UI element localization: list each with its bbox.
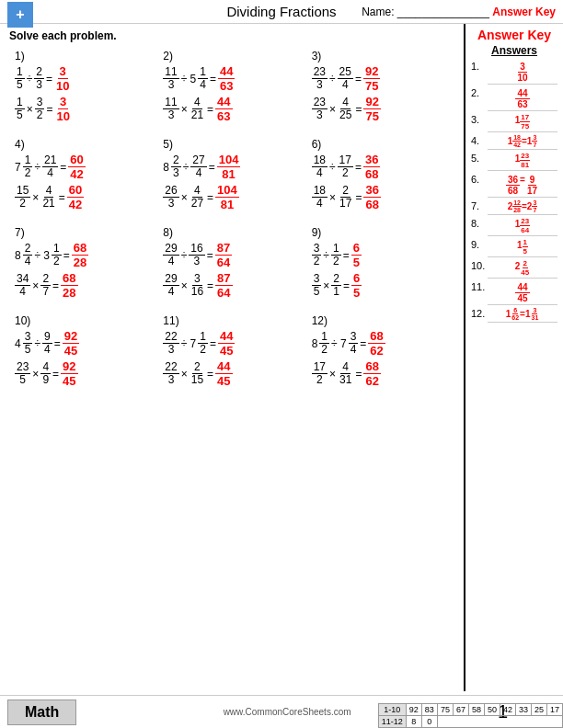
- answer-8: 8. 1 23 64: [471, 218, 557, 236]
- problem-5: 5) 8 23 ÷ 274 = 10481 263 × 427 = 10481: [157, 134, 305, 222]
- answer-2: 2. 44 63: [471, 87, 557, 111]
- answer-3: 3. 1 17 75: [471, 114, 557, 132]
- main-container: Solve each problem. 1) 15 ÷ 23 = 310 15 …: [0, 24, 563, 691]
- answer-7: 7. 2 12 28 =2 3 7: [471, 200, 557, 215]
- answer-key-title: Answer Key: [471, 28, 557, 42]
- answer-9: 9. 1 1 5: [471, 239, 557, 257]
- problem-7: 7) 8 24 ÷ 3 12 = 6828 344 × 27 = 6828: [9, 222, 157, 311]
- answer-10: 10. 2 2 45: [471, 260, 557, 279]
- page-title: Dividing Fractions: [226, 4, 336, 19]
- answer-1: 1. 3 10: [471, 61, 557, 85]
- problem-3: 3) 233 ÷ 254 = 9275 233 × 425 = 9275: [306, 46, 454, 134]
- score-table: 1-10 92 83 75 67 58 50 42 33 25 17 11-12…: [378, 703, 563, 728]
- problem-9: 9) 32 ÷ 12 = 65 35 × 21 = 65: [306, 222, 454, 311]
- problem-1: 1) 15 ÷ 23 = 310 15 × 32 = 310: [9, 46, 157, 134]
- problem-6: 6) 184 ÷ 172 = 3668 184 × 217 = 3668: [306, 134, 454, 222]
- answer-12: 12. 1 6 62 =1 3 31: [471, 308, 557, 323]
- problems-area: Solve each problem. 1) 15 ÷ 23 = 310 15 …: [0, 24, 464, 691]
- footer: Math www.CommonCoreSheets.com 1 1-10 92 …: [0, 695, 563, 728]
- problem-4: 4) 7 12 ÷ 214 = 6042 152 × 421 = 6042: [9, 134, 157, 222]
- problem-2: 2) 113 ÷ 5 14 = 4463 113 × 421 = 4463: [157, 46, 305, 134]
- problem-10: 10) 4 35 ÷ 94 = 9245 235 × 49 = 9245: [9, 311, 157, 399]
- math-label: Math: [7, 700, 76, 725]
- answer-6: 6. 36 68 = 9 17: [471, 174, 557, 198]
- answer-key-sidebar: Answer Key Answers 1. 3 10 2. 44 63: [464, 24, 563, 691]
- name-label: Name: _______________ Answer Key: [362, 6, 556, 18]
- problem-12: 12) 8 12 ÷ 7 34 = 6862 172 × 431 = 6862: [306, 311, 454, 399]
- problem-8: 8) 294 ÷ 163 = 8764 294 × 316 = 8764: [157, 222, 305, 311]
- problems-grid: 1) 15 ÷ 23 = 310 15 × 32 = 310 2): [9, 46, 454, 399]
- header: + Dividing Fractions Name: _____________…: [0, 0, 563, 24]
- answer-11: 11. 44 45: [471, 281, 557, 305]
- answer-4: 4. 1 18 42 =1 3 7: [471, 135, 557, 150]
- answer-5: 5. 1 23 81: [471, 153, 557, 171]
- instructions: Solve each problem.: [9, 29, 454, 42]
- problem-11: 11) 223 ÷ 7 12 = 4445 223 × 215 = 4445: [157, 311, 305, 399]
- answers-header: Answers: [471, 44, 557, 57]
- score-table-container: 1-10 92 83 75 67 58 50 42 33 25 17 11-12…: [378, 703, 563, 728]
